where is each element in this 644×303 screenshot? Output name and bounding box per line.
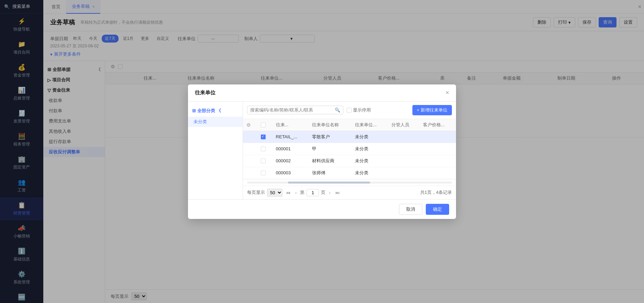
dt-row-check <box>257 167 272 179</box>
dt-row-code: 000001 <box>273 143 309 155</box>
dt-row-cat: 未分类 <box>352 167 388 179</box>
page-size-label: 每页显示 <box>247 189 265 196</box>
dt-row-price <box>420 167 456 179</box>
next-page-btn[interactable]: › <box>327 189 332 196</box>
gear-icon[interactable]: ⚙ <box>246 122 251 128</box>
dt-col-name: 往来单位名称 <box>309 119 352 131</box>
page-unit: 页 <box>321 189 325 196</box>
dt-row-manager <box>388 155 420 167</box>
table-row[interactable]: 000002 材料供应商 未分类 <box>243 155 456 167</box>
dt-row-name: 材料供应商 <box>309 155 352 167</box>
dialog-footer: 取消 确定 <box>188 199 456 219</box>
dt-row-code: 000002 <box>273 155 309 167</box>
cat-item-uncategorized[interactable]: 未分类 <box>188 117 243 127</box>
grid-icon: ⊞ <box>192 108 196 113</box>
table-row[interactable]: 000003 张师傅 未分类 <box>243 167 456 179</box>
dt-row-check <box>257 131 272 143</box>
dialog-body: ⊞ 全部分类 《 未分类 🔍 显示停用 + 新增往来单 <box>188 102 456 199</box>
dt-row-name: 零散客户 <box>309 131 352 143</box>
add-partner-btn[interactable]: + 新增往来单位 <box>412 105 452 115</box>
dt-row-cat: 未分类 <box>352 143 388 155</box>
cat-header-label: 全部分类 <box>197 108 215 114</box>
dt-col-manager: 分管人员 <box>388 119 420 131</box>
show-disabled-text: 显示停用 <box>353 107 371 113</box>
dt-row-checkbox[interactable] <box>261 135 266 139</box>
dialog-scrollbar <box>243 179 456 186</box>
dialog-page-size[interactable]: 50 <box>267 189 282 197</box>
dt-row-check <box>257 155 272 167</box>
search-box[interactable]: 🔍 <box>247 106 343 114</box>
dt-row-manager <box>388 131 420 143</box>
dt-row-settings <box>243 131 257 143</box>
dialog-header: 往来单位 × <box>188 84 456 102</box>
dt-row-checkbox[interactable] <box>261 171 266 175</box>
dt-row-cat: 未分类 <box>352 131 388 143</box>
dt-row-checkbox[interactable] <box>261 159 266 163</box>
dt-row-manager <box>388 143 420 155</box>
page-total: 共1页，4条记录 <box>420 189 452 196</box>
scroll-thumb[interactable] <box>288 182 370 184</box>
prev-page-btn[interactable]: ‹ <box>294 189 298 196</box>
dialog-title: 往来单位 <box>195 90 215 96</box>
dt-col-cat: 往来单位... <box>352 119 388 131</box>
last-page-btn[interactable]: ⏭ <box>334 189 341 196</box>
dt-row-settings <box>243 167 257 179</box>
partner-dialog: 往来单位 × ⊞ 全部分类 《 未分类 🔍 <box>188 84 456 219</box>
table-row[interactable]: RETAIL_... 零散客户 未分类 <box>243 131 456 143</box>
dt-row-name: 张师傅 <box>309 167 352 179</box>
scroll-track <box>247 182 452 184</box>
dialog-pagination: 每页显示 50 ⏮ ‹ 第 页 › ⏭ 共1页，4条记录 <box>243 186 456 199</box>
dialog-toolbar: 🔍 显示停用 + 新增往来单位 <box>243 102 456 119</box>
dialog-categories: ⊞ 全部分类 《 未分类 <box>188 102 243 199</box>
dt-row-cat: 未分类 <box>352 155 388 167</box>
dt-col-check <box>257 119 272 131</box>
dt-select-all[interactable] <box>261 123 266 127</box>
search-input[interactable] <box>250 107 333 113</box>
search-icon: 🔍 <box>335 107 340 113</box>
dt-row-settings <box>243 143 257 155</box>
show-disabled-label[interactable]: 显示停用 <box>347 107 371 113</box>
dt-row-code: RETAIL_... <box>273 131 309 143</box>
dt-row-price <box>420 131 456 143</box>
modal-overlay: 往来单位 × ⊞ 全部分类 《 未分类 🔍 <box>0 0 644 303</box>
dt-row-code: 000003 <box>273 167 309 179</box>
dt-row-price <box>420 155 456 167</box>
dt-col-settings: ⚙ <box>243 119 257 131</box>
cat-collapse-icon[interactable]: 《 <box>216 108 221 114</box>
confirm-button[interactable]: 确定 <box>426 204 449 215</box>
first-page-btn[interactable]: ⏮ <box>285 189 292 196</box>
page-label: 第 <box>300 189 304 196</box>
dt-row-price <box>420 143 456 155</box>
dt-row-manager <box>388 167 420 179</box>
show-disabled-checkbox[interactable] <box>347 108 352 113</box>
dt-row-check <box>257 143 272 155</box>
dt-row-name: 甲 <box>309 143 352 155</box>
dt-col-code: 往来... <box>273 119 309 131</box>
dialog-table: ⚙ 往来... 往来单位名称 往来单位... 分管人员 客户价格... <box>243 119 456 179</box>
dialog-close-btn[interactable]: × <box>445 89 449 96</box>
cancel-button[interactable]: 取消 <box>399 204 422 215</box>
dt-row-settings <box>243 155 257 167</box>
dialog-right: 🔍 显示停用 + 新增往来单位 ⚙ 往来... <box>243 102 456 199</box>
dt-row-checkbox[interactable] <box>261 147 266 151</box>
dt-col-price: 客户价格... <box>420 119 456 131</box>
page-number-input[interactable] <box>307 189 319 196</box>
table-row[interactable]: 000001 甲 未分类 <box>243 143 456 155</box>
dialog-cat-header[interactable]: ⊞ 全部分类 《 <box>188 105 243 117</box>
dialog-table-wrap: ⚙ 往来... 往来单位名称 往来单位... 分管人员 客户价格... <box>243 119 456 179</box>
